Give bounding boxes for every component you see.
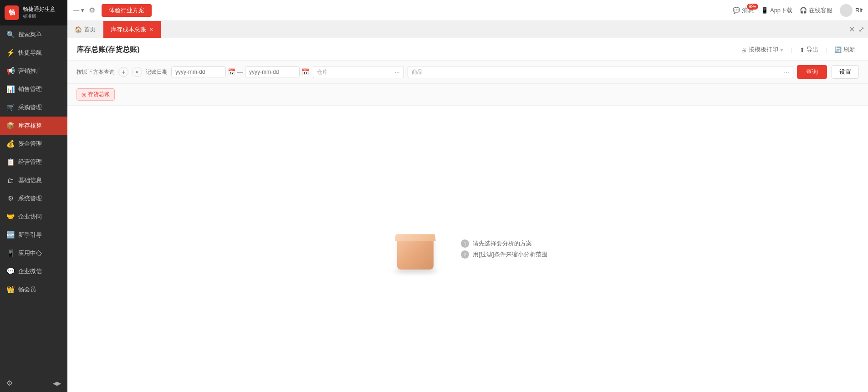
page-title: 库存总账(存货总账) [77,45,140,55]
warehouse-selector[interactable]: 仓库 ··· [313,66,404,78]
empty-hint: 1 请先选择要分析的方案 2 用[过滤]条件来缩小分析范围 [461,239,547,259]
export-btn[interactable]: ⬆ 导出 [796,44,822,56]
sidebar-label-purchase: 采购管理 [18,103,42,112]
sidebar-icon-inventory: 📦 [6,122,15,130]
sidebar-icon-sales: 📊 [6,85,15,93]
sidebar-label-sales: 销售管理 [18,85,42,93]
sidebar-icon-finance: 💰 [6,140,15,148]
sidebar-item-search[interactable]: 🔍搜索菜单 [0,25,67,44]
sidebar-label-basic: 基础信息 [18,176,42,184]
trial-btn[interactable]: 体验行业方案 [102,4,152,17]
goods-selector[interactable]: 商品 ··· [408,66,793,78]
topbar: ━━ ▾ ⚙ 体验行业方案 💬 消息 99+ 📱 App下载 🎧 在线客服 [67,0,868,21]
sidebar-item-cooperation[interactable]: 🤝企业协同 [0,208,67,226]
scheme-tag[interactable]: ◎ 存货总账 [77,88,115,101]
sidebar-nav: 🔍搜索菜单⚡快捷导航📢营销推广📊销售管理🛒采购管理📦库存核算💰资金管理📋经营管理… [0,25,67,374]
sidebar-label-apps: 应用中心 [18,249,42,257]
sidebar-label-operations: 经营管理 [18,158,42,166]
sidebar-icon-marketing: 📢 [6,67,15,75]
message-badge: 99+ [747,4,758,10]
app-logo: 畅 畅捷通好生意 标准版 [0,0,67,25]
sidebar-item-system[interactable]: ⚙系统管理 [0,189,67,208]
hint-num-2: 2 [461,250,469,259]
sidebar: 畅 畅捷通好生意 标准版 🔍搜索菜单⚡快捷导航📢营销推广📊销售管理🛒采购管理📦库… [0,0,67,392]
print-icon: 🖨 [741,46,747,53]
filter-label: 按以下方案查询 [77,68,115,76]
username: Rit [855,7,863,14]
refresh-btn[interactable]: 🔄 刷新 [831,44,859,56]
sidebar-label-wechat: 企业微信 [18,267,42,275]
sidebar-item-marketing[interactable]: 📢营销推广 [0,62,67,80]
sidebar-item-guide[interactable]: 🆕新手引导 [0,226,67,244]
sidebar-icon-purchase: 🛒 [6,103,15,112]
sidebar-label-finance: 资金管理 [18,140,42,148]
sidebar-label-member: 畅会员 [18,285,36,294]
sidebar-icon-cooperation: 🤝 [6,213,15,221]
date-end-input[interactable] [245,66,300,77]
sidebar-item-wechat[interactable]: 💬企业微信 [0,262,67,280]
message-icon[interactable]: 💬 消息 99+ [733,6,754,15]
calendar-end-icon[interactable]: 📅 [301,68,309,76]
tab-close-icon[interactable]: ✕ [149,26,153,33]
sidebar-item-apps[interactable]: 📱应用中心 [0,244,67,262]
avatar [840,4,853,17]
empty-box [397,238,434,270]
date-label: 记账日期 [146,68,168,76]
sidebar-item-operations[interactable]: 📋经营管理 [0,153,67,171]
tab-home[interactable]: 🏠 首页 [67,21,103,38]
settings-btn[interactable]: 设置 [832,65,859,79]
app-download[interactable]: 📱 App下载 [761,6,792,15]
empty-state: 1 请先选择要分析的方案 2 用[过滤]条件来缩小分析范围 [67,106,868,392]
sidebar-item-purchase[interactable]: 🛒采购管理 [0,98,67,117]
sidebar-icon-wechat: 💬 [6,267,15,275]
print-template-btn[interactable]: 🖨 按模板打印 ▾ [737,44,787,56]
sidebar-icon-system: ⚙ [6,194,15,203]
tab-inventory-ledger[interactable]: 库存成本总账 ✕ [103,21,161,38]
calendar-start-icon[interactable]: 📅 [228,68,235,76]
sidebar-label-marketing: 营销推广 [18,67,42,75]
breadcrumb-dropdown[interactable]: ▾ [81,7,84,14]
sidebar-item-inventory[interactable]: 📦库存核算 [0,117,67,135]
collapse-icon[interactable]: ◀▶ [53,380,61,387]
goods-more-icon: ··· [784,68,789,76]
sidebar-item-member[interactable]: 👑畅会员 [0,280,67,299]
sidebar-item-finance[interactable]: 💰资金管理 [0,135,67,153]
export-icon: ⬆ [800,46,805,53]
topbar-right: 💬 消息 99+ 📱 App下载 🎧 在线客服 Rit [733,4,863,17]
settings-icon[interactable]: ⚙ [6,379,13,387]
sidebar-icon-guide: 🆕 [6,231,15,239]
page-header: 库存总账(存货总账) 🖨 按模板打印 ▾ | ⬆ 导出 | 🔄 刷新 [67,38,868,61]
query-btn[interactable]: 查询 [797,65,827,79]
empty-hint-1: 1 请先选择要分析的方案 [461,239,547,248]
main-wrapper: ━━ ▾ ⚙ 体验行业方案 💬 消息 99+ 📱 App下载 🎧 在线客服 [67,0,868,392]
online-service[interactable]: 🎧 在线客服 [800,6,832,15]
sidebar-icon-quick-nav: ⚡ [6,49,15,57]
page-body: 库存总账(存货总账) 🖨 按模板打印 ▾ | ⬆ 导出 | 🔄 刷新 [67,38,868,392]
app-version: 标准版 [23,13,56,20]
sidebar-label-cooperation: 企业协同 [18,213,42,221]
topbar-gear-icon[interactable]: ⚙ [89,6,95,15]
sidebar-label-search: 搜索菜单 [18,31,42,39]
filter-add-btn[interactable]: + [118,67,128,77]
breadcrumb-text: ━━ [73,7,79,14]
panel-close-btn[interactable]: ✕ [849,25,855,34]
breadcrumb: ━━ ▾ [73,7,84,14]
sidebar-footer: ⚙ ◀▶ [0,374,67,392]
empty-illustration [388,219,443,274]
sidebar-icon-basic: 🗂 [6,177,15,184]
sidebar-label-quick-nav: 快捷导航 [18,49,42,57]
user-avatar-area[interactable]: Rit [840,4,863,17]
sidebar-item-basic[interactable]: 🗂基础信息 [0,171,67,189]
scheme-tag-icon: ◎ [82,92,86,98]
sidebar-label-system: 系统管理 [18,194,42,203]
panel-resize-btn[interactable]: ⤢ [858,25,864,34]
sidebar-icon-apps: 📱 [6,249,15,257]
sidebar-icon-search: 🔍 [6,31,15,39]
sidebar-item-sales[interactable]: 📊销售管理 [0,80,67,98]
empty-hint-2: 2 用[过滤]条件来缩小分析范围 [461,250,547,259]
filter-collapse-btn[interactable]: « [132,67,142,77]
sidebar-item-quick-nav[interactable]: ⚡快捷导航 [0,44,67,62]
scheme-panel: ◎ 存货总账 [67,84,868,106]
hint-num-1: 1 [461,239,469,248]
date-start-input[interactable] [171,66,226,77]
